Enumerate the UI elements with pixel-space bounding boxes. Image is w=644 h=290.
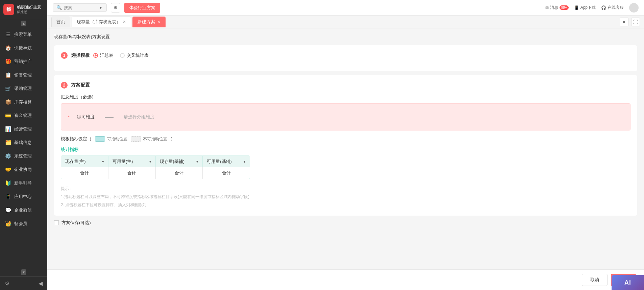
radio-summary[interactable] bbox=[93, 53, 98, 58]
template-option-summary[interactable]: 汇总表 bbox=[93, 52, 113, 58]
toggle-sidebar-icon[interactable]: ◀ bbox=[39, 280, 43, 287]
search-dropdown-icon[interactable]: ▾ bbox=[100, 5, 102, 10]
tab-new-plan[interactable]: 新建方案✕ bbox=[132, 17, 166, 27]
dimension-placeholder: 请选择分组维度 bbox=[124, 114, 154, 120]
sidebar-label-cooperation: 企业协同 bbox=[14, 167, 32, 173]
tip-item-1: 2. 点击标题栏下拉可设置排序、插入列和删除列 bbox=[61, 201, 630, 209]
draggable-legend: 可拖动位置 bbox=[95, 136, 127, 142]
template-option-cross[interactable]: 交叉统计表 bbox=[120, 52, 149, 58]
cancel-button[interactable]: 取消 bbox=[582, 274, 608, 286]
app-download-icon: 📱 bbox=[574, 5, 579, 10]
sidebar-item-purchase[interactable]: 🛒 采购管理 bbox=[0, 82, 47, 95]
sidebar-item-basics[interactable]: 🗂️ 基础信息 bbox=[0, 136, 47, 149]
no-drag-label: 不可拖动位置 bbox=[143, 136, 167, 142]
stats-header-row: 现存量(主) ▾ 可用量(主) ▾ 现存量(基辅) ▾ 可用量(基辅) ▾ bbox=[61, 156, 250, 167]
sidebar-nav: ☰ 搜索菜单 🏠 快捷导航 🎁 营销推广 📋 销售管理 🛒 采购管理 📦 库存核… bbox=[0, 28, 47, 268]
sidebar-logo: 畅 畅赚通好生意 标准版 bbox=[0, 0, 47, 19]
sidebar-label-inventory: 库存核算 bbox=[14, 99, 32, 105]
dimension-area[interactable]: * 纵向维度 —— 请选择分组维度 bbox=[61, 103, 630, 130]
tab-inventory-status[interactable]: 现存量（库存状况表）✕ bbox=[72, 17, 131, 27]
tip-item-0: 1.拖动标题栏可以调整布局，不可跨维度或指标区域拖拉栏目字段(只能在同一维度或指… bbox=[61, 193, 630, 201]
sidebar-item-membership[interactable]: 👑 畅会员 bbox=[0, 217, 47, 231]
indicator-settings: 模板指标设定（ 可拖动位置 不可拖动位置 ） bbox=[61, 136, 630, 142]
sidebar-label-guide: 新手引导 bbox=[14, 180, 32, 186]
industry-plan-btn[interactable]: 体验行业方案 bbox=[124, 3, 160, 13]
tab-close-new-plan[interactable]: ✕ bbox=[157, 20, 160, 24]
scroll-down-btn[interactable]: ▼ bbox=[21, 269, 26, 275]
settings-icon[interactable]: ⚙ bbox=[5, 280, 9, 287]
close-tab-action[interactable]: ✕ bbox=[620, 18, 628, 26]
wechat-icon: 💬 bbox=[5, 207, 11, 214]
sidebar-label-purchase: 采购管理 bbox=[14, 86, 32, 92]
sidebar-item-wechat[interactable]: 💬 企业微信 bbox=[0, 203, 47, 217]
col-label-0: 现存量(主) bbox=[65, 159, 86, 165]
stats-col-header-2[interactable]: 现存量(基辅) ▾ bbox=[156, 156, 203, 167]
sidebar: 畅 畅赚通好生意 标准版 ▲ ☰ 搜索菜单 🏠 快捷导航 🎁 营销推广 📋 销售… bbox=[0, 0, 47, 290]
radio-cross[interactable] bbox=[120, 53, 125, 58]
search-input[interactable] bbox=[64, 5, 98, 10]
message-btn[interactable]: ✉ 消息 99+ bbox=[545, 5, 569, 10]
sidebar-item-search-menu[interactable]: ☰ 搜索菜单 bbox=[0, 28, 47, 41]
col-dropdown-1[interactable]: ▾ bbox=[149, 160, 151, 164]
settings-btn[interactable]: ⚙ bbox=[111, 3, 120, 13]
sidebar-item-cooperation[interactable]: 🤝 企业协同 bbox=[0, 163, 47, 176]
col-dropdown-3[interactable]: ▾ bbox=[244, 160, 246, 164]
sidebar-item-marketing[interactable]: 🎁 营销推广 bbox=[0, 55, 47, 68]
step2-header: 2 方案配置 bbox=[61, 82, 630, 89]
tips-area: 提示：1.拖动标题栏可以调整布局，不可跨维度或指标区域拖拉栏目字段(只能在同一维… bbox=[61, 185, 630, 209]
draggable-label: 可拖动位置 bbox=[107, 136, 127, 142]
col-label-3: 可用量(基辅) bbox=[207, 159, 232, 165]
step1-badge: 1 bbox=[61, 52, 68, 59]
sidebar-item-app-center[interactable]: 📱 应用中心 bbox=[0, 190, 47, 203]
tab-label-inventory-status: 现存量（库存状况表） bbox=[77, 19, 121, 25]
search-box[interactable]: 🔍 ▾ bbox=[53, 3, 107, 12]
sidebar-item-finance[interactable]: 💳 资金管理 bbox=[0, 109, 47, 122]
system-icon: ⚙️ bbox=[5, 153, 11, 160]
col-label-1: 可用量(主) bbox=[113, 159, 133, 165]
sidebar-item-system[interactable]: ⚙️ 系统管理 bbox=[0, 149, 47, 163]
online-service-btn[interactable]: 🎧 在线客服 bbox=[601, 5, 624, 10]
ai-badge[interactable]: Ai bbox=[612, 275, 644, 290]
sidebar-item-guide[interactable]: 🔰 新手引导 bbox=[0, 176, 47, 190]
stats-cell-3: 合计 bbox=[203, 167, 250, 179]
sidebar-item-inventory[interactable]: 📦 库存核算 bbox=[0, 95, 47, 109]
membership-icon: 👑 bbox=[5, 220, 11, 227]
save-checkbox[interactable] bbox=[54, 220, 59, 225]
user-avatar[interactable] bbox=[629, 3, 639, 13]
sidebar-scroll-down[interactable]: ▼ bbox=[0, 268, 47, 276]
sidebar-label-marketing: 营销推广 bbox=[14, 58, 32, 65]
stats-col-header-0[interactable]: 现存量(主) ▾ bbox=[61, 156, 108, 167]
stats-cell-1: 合计 bbox=[108, 167, 156, 179]
service-icon: 🎧 bbox=[601, 5, 606, 10]
col-dropdown-2[interactable]: ▾ bbox=[196, 160, 198, 164]
scroll-up-btn[interactable]: ▲ bbox=[21, 21, 26, 26]
app-version: 标准版 bbox=[17, 10, 41, 15]
sidebar-scroll-up[interactable]: ▲ bbox=[0, 19, 47, 28]
app-download-btn[interactable]: 📱 App下载 bbox=[574, 5, 596, 10]
indicator-settings-suffix: ） bbox=[171, 136, 175, 142]
logo-icon: 畅 bbox=[3, 4, 14, 15]
content-area: 现存量(库存状况表)方案设置 1 选择模板 汇总表 交叉统计表 2 方案配置 汇… bbox=[47, 28, 644, 269]
step1-section: 1 选择模板 汇总表 交叉统计表 bbox=[54, 45, 637, 71]
col-dropdown-0[interactable]: ▾ bbox=[102, 160, 104, 164]
stats-col-header-1[interactable]: 可用量(主) ▾ bbox=[108, 156, 156, 167]
expand-tab-action[interactable]: ⛶ bbox=[631, 18, 640, 26]
tab-close-inventory-status[interactable]: ✕ bbox=[123, 20, 126, 24]
step2-section: 2 方案配置 汇总维度（必选） * 纵向维度 —— 请选择分组维度 模板指标设定… bbox=[54, 75, 637, 216]
service-label: 在线客服 bbox=[608, 5, 624, 10]
topbar: 🔍 ▾ ⚙ 体验行业方案 ✉ 消息 99+ 📱 App下载 🎧 在线客服 bbox=[47, 0, 644, 16]
sidebar-item-operations[interactable]: 📊 经营管理 bbox=[0, 122, 47, 136]
col-label-2: 现存量(基辅) bbox=[160, 159, 185, 165]
required-star: * bbox=[68, 115, 70, 120]
sidebar-label-app-center: 应用中心 bbox=[14, 194, 32, 200]
quick-nav-icon: 🏠 bbox=[5, 45, 11, 51]
save-checkbox-label: 方案保存(可选) bbox=[61, 220, 91, 226]
sidebar-item-sales[interactable]: 📋 销售管理 bbox=[0, 68, 47, 82]
page-title: 现存量(库存状况表)方案设置 bbox=[54, 34, 637, 40]
no-drag-box bbox=[131, 136, 141, 142]
stats-col-header-3[interactable]: 可用量(基辅) ▾ bbox=[203, 156, 250, 167]
tab-home[interactable]: 首页 bbox=[51, 17, 70, 27]
draggable-box bbox=[95, 136, 105, 142]
step2-title: 方案配置 bbox=[71, 82, 90, 88]
sidebar-item-quick-nav[interactable]: 🏠 快捷导航 bbox=[0, 41, 47, 55]
